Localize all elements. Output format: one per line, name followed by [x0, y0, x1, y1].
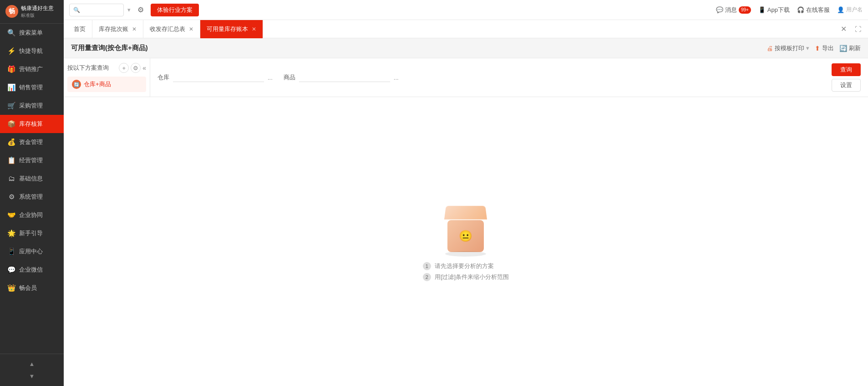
empty-illustration: 😐 — [438, 202, 493, 257]
trial-button[interactable]: 体验行业方案 — [151, 4, 199, 16]
sidebar-item-marketing[interactable]: 🎁 营销推广 — [0, 60, 64, 78]
tabs-right-controls: ✕ ⛶ — [837, 23, 864, 36]
box-body: 😐 — [447, 220, 484, 252]
tabs-close-all-button[interactable]: ✕ — [837, 23, 850, 36]
export-button[interactable]: ⬆ 导出 — [815, 44, 834, 52]
system-icon: ⚙ — [7, 193, 15, 201]
query-setting-button[interactable]: 设置 — [832, 79, 861, 92]
user-icon: 👤 — [837, 6, 844, 13]
scheme-item-warehouse-goods[interactable]: 🔄 仓库+商品 — [67, 77, 146, 92]
tip-text-2: 用[过滤]条件来缩小分析范围 — [435, 273, 509, 281]
user-menu[interactable]: 👤 用户名 — [837, 6, 863, 14]
topbar: 🔍 ▾ ⚙ 体验行业方案 💬 消息 99+ 📱 App下载 🎧 在线客服 — [64, 0, 868, 20]
sidebar-scroll-down[interactable]: ▼ — [0, 370, 64, 382]
main-content: 🔍 ▾ ⚙ 体验行业方案 💬 消息 99+ 📱 App下载 🎧 在线客服 — [64, 0, 868, 386]
sidebar-scroll: 🔍 搜索菜单 ⚡ 快捷导航 🎁 营销推广 📊 销售管理 🛒 采购管理 📦 库存核… — [0, 24, 64, 354]
goods-label: 商品 — [284, 73, 295, 82]
topbar-search-box[interactable]: 🔍 — [69, 4, 124, 16]
app-download-button[interactable]: 📱 App下载 — [758, 6, 790, 14]
goods-field: 商品 ... — [284, 73, 399, 82]
tab-collect-summary[interactable]: 收发存汇总表 ✕ — [143, 20, 200, 38]
message-button[interactable]: 💬 消息 99+ — [716, 6, 751, 14]
sidebar-item-quick-nav[interactable]: ⚡ 快捷导航 — [0, 42, 64, 60]
scheme-warehouse-goods-icon: 🔄 — [72, 80, 81, 89]
sidebar-item-cooperation[interactable]: 🤝 企业协同 — [0, 206, 64, 224]
empty-tips: 1 请先选择要分析的方案 2 用[过滤]条件来缩小分析范围 — [423, 262, 509, 281]
online-service-button[interactable]: 🎧 在线客服 — [797, 6, 830, 14]
topbar-right: 💬 消息 99+ 📱 App下载 🎧 在线客服 👤 用户名 — [716, 6, 863, 14]
sidebar-item-member[interactable]: 👑 畅会员 — [0, 279, 64, 297]
warehouse-more-button[interactable]: ... — [268, 74, 273, 81]
box-face-icon: 😐 — [459, 230, 472, 242]
guide-icon: 🌟 — [7, 229, 15, 237]
sidebar-item-inventory[interactable]: 📦 库存核算 — [0, 115, 64, 133]
quick-nav-icon: ⚡ — [7, 47, 15, 55]
empty-state: 😐 1 请先选择要分析的方案 2 用[过滤]条件来缩小分析范围 — [423, 202, 509, 281]
tab-batch-ledger[interactable]: 库存批次账 ✕ — [92, 20, 143, 38]
search-icon: 🔍 — [7, 29, 15, 37]
app-logo-text: 畅康通好生意 标准版 — [21, 5, 54, 19]
purchase-icon: 🛒 — [7, 102, 15, 110]
search-dropdown-icon[interactable]: ▾ — [127, 6, 131, 13]
add-scheme-button[interactable]: + — [119, 63, 129, 73]
gear-icon: ⚙ — [137, 5, 144, 14]
goods-input[interactable] — [299, 73, 390, 82]
query-filter-area: 仓库 ... 商品 ... 查询 设置 — [150, 58, 868, 97]
warehouse-input[interactable] — [173, 73, 264, 82]
sidebar-scroll-up[interactable]: ▲ — [0, 358, 64, 370]
print-icon: 🖨 — [766, 45, 773, 52]
sidebar-item-system[interactable]: ⚙ 系统管理 — [0, 188, 64, 206]
warehouse-label: 仓库 — [157, 73, 169, 82]
operation-icon: 📋 — [7, 156, 15, 165]
gear-button[interactable]: ⚙ — [134, 4, 147, 16]
refresh-button[interactable]: 🔄 刷新 — [839, 44, 861, 52]
sidebar-item-search[interactable]: 🔍 搜索菜单 — [0, 24, 64, 42]
sidebar-item-guide[interactable]: 🌟 新手引导 — [0, 224, 64, 242]
sidebar-bottom: ▲ ▼ — [0, 354, 64, 386]
tip-text-1: 请先选择要分析的方案 — [435, 262, 494, 270]
mobile-icon: 📱 — [758, 6, 766, 13]
sidebar-item-operation[interactable]: 📋 经营管理 — [0, 151, 64, 170]
sidebar-item-basic-info[interactable]: 🗂 基础信息 — [0, 170, 64, 188]
goods-more-button[interactable]: ... — [394, 74, 399, 81]
tab-available-ledger[interactable]: 可用量库存账本 ✕ — [200, 20, 263, 38]
tab-home[interactable]: 首页 — [67, 20, 92, 38]
box-top — [444, 206, 487, 220]
sidebar-logo: 畅 畅康通好生意 标准版 — [0, 0, 64, 24]
box-shadow — [445, 251, 486, 257]
print-template-button[interactable]: 🖨 按模板打印 ▾ — [766, 44, 809, 52]
app-logo-icon: 畅 — [5, 5, 18, 18]
sidebar-item-wechat[interactable]: 💬 企业微信 — [0, 261, 64, 279]
tabs-expand-button[interactable]: ⛶ — [852, 23, 864, 36]
tab-close-available-ledger[interactable]: ✕ — [252, 26, 256, 32]
sidebar-item-finance[interactable]: 💰 资金管理 — [0, 133, 64, 151]
page-header: 可用量查询(按仓库+商品) 🖨 按模板打印 ▾ ⬆ 导出 🔄 刷新 — [64, 38, 868, 58]
page-title: 可用量查询(按仓库+商品) — [71, 44, 766, 52]
export-icon: ⬆ — [815, 45, 820, 52]
cooperation-icon: 🤝 — [7, 211, 15, 219]
tab-close-batch-ledger[interactable]: ✕ — [132, 26, 137, 32]
warehouse-field: 仓库 ... — [157, 73, 273, 82]
collapse-panel-button[interactable]: « — [142, 64, 146, 72]
query-scheme-header: 按以下方案查询 + ⚙ « — [67, 63, 146, 73]
manage-scheme-button[interactable]: ⚙ — [131, 63, 141, 73]
finance-icon: 💰 — [7, 138, 15, 146]
sidebar-item-purchase[interactable]: 🛒 采购管理 — [0, 97, 64, 115]
tip-num-2: 2 — [423, 273, 431, 281]
empty-tip-1: 1 请先选择要分析的方案 — [423, 262, 509, 270]
tab-close-collect-summary[interactable]: ✕ — [189, 26, 193, 32]
query-area: 按以下方案查询 + ⚙ « 🔄 仓库+商品 仓库 ... 商品 — [64, 58, 868, 97]
empty-tip-2: 2 用[过滤]条件来缩小分析范围 — [423, 273, 509, 281]
wechat-icon: 💬 — [7, 266, 15, 274]
query-scheme-panel: 按以下方案查询 + ⚙ « 🔄 仓库+商品 — [64, 58, 150, 97]
app-center-icon: 📱 — [7, 247, 15, 256]
message-badge: 99+ — [739, 6, 751, 14]
sidebar-item-app-center[interactable]: 📱 应用中心 — [0, 242, 64, 261]
search-icon: 🔍 — [73, 7, 80, 13]
sidebar: 畅 畅康通好生意 标准版 🔍 搜索菜单 ⚡ 快捷导航 🎁 营销推广 📊 销售管理… — [0, 0, 64, 386]
query-button[interactable]: 查询 — [832, 63, 861, 76]
tip-num-1: 1 — [423, 262, 431, 270]
inventory-icon: 📦 — [7, 120, 15, 128]
sidebar-item-sales[interactable]: 📊 销售管理 — [0, 78, 64, 97]
tabs-bar: 首页 库存批次账 ✕ 收发存汇总表 ✕ 可用量库存账本 ✕ ✕ ⛶ — [64, 20, 868, 38]
